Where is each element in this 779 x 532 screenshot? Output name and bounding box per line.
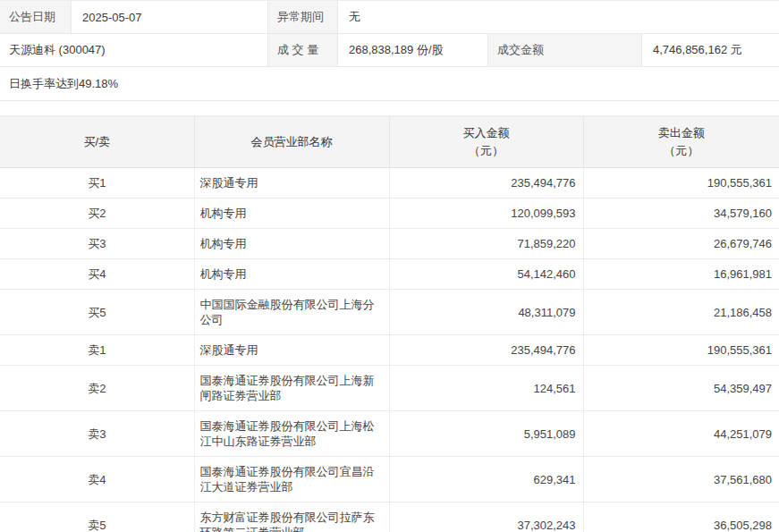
row-sell-amount: 34,579,160 [583, 198, 779, 229]
row-broker-name: 国泰海通证券股份有限公司上海松江中山东路证券营业部 [194, 411, 389, 457]
row-buy-amount: 235,494,776 [389, 335, 583, 366]
row-buy-amount: 120,099,593 [389, 198, 583, 229]
row-sell-amount: 190,555,361 [583, 335, 779, 366]
row-broker-name: 国泰海通证券股份有限公司宜昌沿江大道证券营业部 [194, 457, 389, 502]
row-buy-amount: 37,302,243 [389, 502, 583, 532]
table-header-row: 买/卖 会员营业部名称 买入金额 （元） 卖出金额 （元） [0, 116, 779, 168]
row-sell-amount: 21,186,458 [583, 290, 779, 335]
table-row: 买2 机构专用 120,099,593 34,579,160 [0, 198, 779, 229]
row-sell-amount: 44,251,079 [583, 411, 779, 457]
row-sell-amount: 26,679,746 [583, 229, 779, 259]
row-side: 买5 [0, 290, 194, 335]
row-side: 买3 [0, 229, 194, 259]
turnover-value: 4,746,856,162 元 [642, 34, 779, 66]
row-broker-name: 机构专用 [194, 229, 389, 259]
header-side: 买/卖 [0, 116, 194, 168]
announce-date-value: 2025-05-07 [72, 1, 268, 33]
header-buy-line1: 买入金额 [390, 124, 583, 142]
row-side: 卖1 [0, 335, 194, 366]
table-row: 卖4 国泰海通证券股份有限公司宜昌沿江大道证券营业部 629,341 37,56… [0, 457, 779, 502]
row-side: 卖4 [0, 457, 194, 502]
info-row-note: 日换手率达到49.18% [0, 67, 779, 100]
row-broker-name: 中国国际金融股份有限公司上海分公司 [194, 290, 389, 335]
header-sell-amount: 卖出金额 （元） [583, 116, 779, 168]
row-sell-amount: 54,359,497 [583, 366, 779, 411]
row-buy-amount: 71,859,220 [389, 229, 583, 259]
header-sell-line1: 卖出金额 [584, 124, 779, 142]
row-side: 买1 [0, 168, 194, 198]
header-buy-amount: 买入金额 （元） [389, 116, 583, 168]
row-broker-name: 深股通专用 [194, 335, 389, 366]
header-buy-line2: （元） [390, 142, 583, 160]
volume-label: 成 交 量 [268, 34, 338, 66]
row-sell-amount: 16,961,981 [583, 259, 779, 290]
row-side: 买2 [0, 198, 194, 229]
table-row: 卖5 东方财富证券股份有限公司拉萨东环路第二证券营业部 37,302,243 3… [0, 502, 779, 532]
row-side: 卖5 [0, 502, 194, 532]
row-sell-amount: 36,505,298 [583, 502, 779, 532]
row-broker-name: 国泰海通证券股份有限公司上海新闸路证券营业部 [194, 366, 389, 411]
row-buy-amount: 629,341 [389, 457, 583, 502]
row-side: 卖2 [0, 366, 194, 411]
stock-info-panel: 公告日期 2025-05-07 异常期间 无 天源迪科 (300047) 成 交… [0, 0, 779, 101]
row-sell-amount: 190,555,361 [583, 168, 779, 198]
turnover-rate-note: 日换手率达到49.18% [0, 67, 779, 100]
row-side: 卖3 [0, 411, 194, 457]
row-buy-amount: 54,142,460 [389, 259, 583, 290]
header-sell-line2: （元） [584, 142, 779, 160]
table-row: 卖2 国泰海通证券股份有限公司上海新闸路证券营业部 124,561 54,359… [0, 366, 779, 411]
announce-date-label: 公告日期 [0, 1, 72, 33]
volume-value: 268,838,189 份/股 [338, 34, 488, 66]
table-row: 买3 机构专用 71,859,220 26,679,746 [0, 229, 779, 259]
row-broker-name: 深股通专用 [194, 168, 389, 198]
info-row-date: 公告日期 2025-05-07 异常期间 无 [0, 1, 779, 34]
row-buy-amount: 5,951,089 [389, 411, 583, 457]
row-side: 买4 [0, 259, 194, 290]
trading-seats-table: 买/卖 会员营业部名称 买入金额 （元） 卖出金额 （元） 买1 深股通专用 2… [0, 115, 779, 532]
row-buy-amount: 48,311,079 [389, 290, 583, 335]
table-row: 买4 机构专用 54,142,460 16,961,981 [0, 259, 779, 290]
row-buy-amount: 235,494,776 [389, 168, 583, 198]
row-broker-name: 机构专用 [194, 259, 389, 290]
stock-name: 天源迪科 (300047) [0, 34, 268, 66]
abnormal-period-value: 无 [338, 1, 779, 33]
turnover-label: 成交金额 [488, 34, 642, 66]
row-broker-name: 东方财富证券股份有限公司拉萨东环路第二证券营业部 [194, 502, 389, 532]
abnormal-period-label: 异常期间 [268, 1, 338, 33]
table-row: 买1 深股通专用 235,494,776 190,555,361 [0, 168, 779, 198]
header-broker: 会员营业部名称 [194, 116, 389, 168]
table-row: 卖1 深股通专用 235,494,776 190,555,361 [0, 335, 779, 366]
table-row: 卖3 国泰海通证券股份有限公司上海松江中山东路证券营业部 5,951,089 4… [0, 411, 779, 457]
row-sell-amount: 37,561,680 [583, 457, 779, 502]
table-row: 买5 中国国际金融股份有限公司上海分公司 48,311,079 21,186,4… [0, 290, 779, 335]
info-row-stock: 天源迪科 (300047) 成 交 量 268,838,189 份/股 成交金额… [0, 34, 779, 67]
row-broker-name: 机构专用 [194, 198, 389, 229]
row-buy-amount: 124,561 [389, 366, 583, 411]
